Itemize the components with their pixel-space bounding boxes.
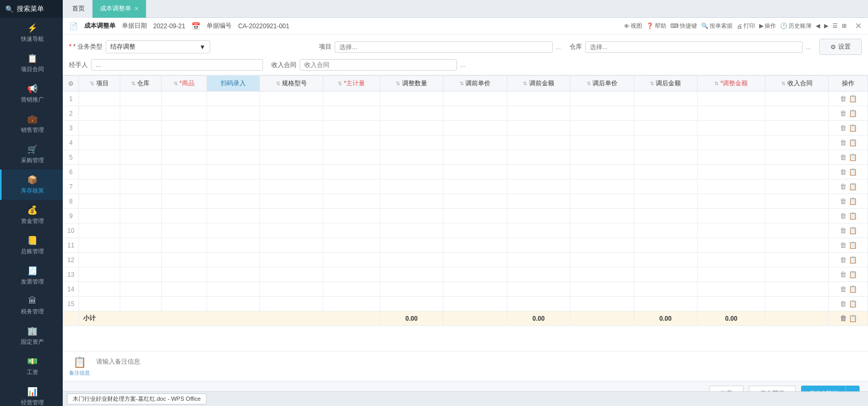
cell-scan[interactable]: [207, 121, 259, 136]
tab-cost-adjust[interactable]: 成本调整单 ✕: [93, 0, 146, 18]
cell-spec[interactable]: [259, 136, 323, 150]
cell-warehouse[interactable]: [120, 165, 161, 179]
cell-income-contract[interactable]: [765, 238, 828, 253]
cell-post-unit-price[interactable]: [570, 238, 634, 253]
toolbar-nav-prev[interactable]: ◀: [816, 22, 820, 29]
subtotal-delete-btn[interactable]: 🗑: [840, 314, 847, 322]
row-copy-btn[interactable]: 📋: [849, 95, 857, 103]
cell-adj-amount[interactable]: [698, 179, 766, 194]
warehouse-input[interactable]: [585, 41, 803, 53]
form-close-btn[interactable]: ✕: [855, 21, 862, 31]
row-copy-btn[interactable]: 📋: [849, 124, 857, 132]
row-copy-btn[interactable]: 📋: [849, 168, 857, 176]
cell-warehouse[interactable]: [120, 238, 161, 253]
calendar-icon[interactable]: 📅: [191, 22, 200, 30]
cell-post-unit-price[interactable]: [570, 267, 634, 282]
cell-post-unit-price[interactable]: [570, 136, 634, 150]
subtotal-copy-btn[interactable]: 📋: [849, 314, 857, 322]
row-copy-btn[interactable]: 📋: [849, 212, 857, 220]
cell-unit[interactable]: [323, 253, 380, 267]
cell-spec[interactable]: [259, 194, 323, 209]
row-delete-btn[interactable]: 🗑: [840, 153, 847, 161]
cell-adj-amount[interactable]: [698, 238, 766, 253]
sidebar-item-ops-mgmt[interactable]: 📊经营管理: [0, 381, 63, 406]
cell-income-contract[interactable]: [765, 297, 828, 311]
cell-income-contract[interactable]: [765, 92, 828, 106]
cell-warehouse[interactable]: [120, 282, 161, 297]
cell-post-amount[interactable]: [634, 282, 697, 297]
project-ellipsis[interactable]: ...: [556, 43, 561, 51]
row-delete-btn[interactable]: 🗑: [840, 285, 847, 293]
cell-scan[interactable]: [207, 194, 259, 209]
cell-post-amount[interactable]: [634, 238, 697, 253]
cell-post-unit-price[interactable]: [570, 121, 634, 136]
cell-prev-unit-price[interactable]: [443, 253, 507, 267]
cell-adj-amount[interactable]: [698, 297, 766, 311]
row-delete-btn[interactable]: 🗑: [840, 183, 847, 190]
cell-income-contract[interactable]: [765, 106, 828, 121]
cell-warehouse[interactable]: [120, 194, 161, 209]
cell-product[interactable]: [161, 150, 207, 165]
cell-product[interactable]: [161, 253, 207, 267]
cell-adj-amount[interactable]: [698, 282, 766, 297]
cell-income-contract[interactable]: [765, 209, 828, 223]
cell-prev-amount[interactable]: [507, 165, 570, 179]
cell-unit[interactable]: [323, 92, 380, 106]
sidebar-search[interactable]: 🔍 搜索菜单: [0, 0, 63, 18]
cell-post-amount[interactable]: [634, 150, 697, 165]
sidebar-item-capital-mgmt[interactable]: 💰资金管理: [0, 200, 63, 230]
cell-unit[interactable]: [323, 238, 380, 253]
row-copy-btn[interactable]: 📋: [849, 300, 857, 308]
cell-post-amount[interactable]: [634, 223, 697, 238]
cell-prev-unit-price[interactable]: [443, 150, 507, 165]
cell-prev-unit-price[interactable]: [443, 106, 507, 121]
cell-product[interactable]: [161, 121, 207, 136]
cell-adj-amount[interactable]: [698, 223, 766, 238]
cell-warehouse[interactable]: [120, 106, 161, 121]
sidebar-item-tax-mgmt[interactable]: 🏛税务管理: [0, 291, 63, 321]
cell-adj-qty[interactable]: [380, 253, 443, 267]
cell-scan[interactable]: [207, 165, 259, 179]
cell-post-amount[interactable]: [634, 209, 697, 223]
cell-scan[interactable]: [207, 223, 259, 238]
cell-product[interactable]: [161, 238, 207, 253]
cell-spec[interactable]: [259, 106, 323, 121]
cell-project[interactable]: [79, 253, 120, 267]
row-delete-btn[interactable]: 🗑: [840, 212, 847, 220]
sidebar-item-sales-mgmt[interactable]: 💼销售管理: [0, 109, 63, 139]
cell-post-unit-price[interactable]: [570, 297, 634, 311]
sidebar-item-general-ledger[interactable]: 📒总账管理: [0, 230, 63, 261]
col-settings[interactable]: ⚙: [63, 76, 79, 92]
cell-adj-qty[interactable]: [380, 238, 443, 253]
row-delete-btn[interactable]: 🗑: [840, 95, 847, 103]
cell-project[interactable]: [79, 223, 120, 238]
toolbar-help[interactable]: ❓ 帮助: [646, 22, 666, 30]
handler-input[interactable]: [91, 59, 263, 71]
cell-adj-qty[interactable]: [380, 136, 443, 150]
cell-income-contract[interactable]: [765, 282, 828, 297]
row-delete-btn[interactable]: 🗑: [840, 124, 847, 132]
cell-income-contract[interactable]: [765, 165, 828, 179]
cell-adj-amount[interactable]: [698, 165, 766, 179]
cell-adj-amount[interactable]: [698, 194, 766, 209]
row-delete-btn[interactable]: 🗑: [840, 109, 847, 117]
cell-project[interactable]: [79, 165, 120, 179]
row-copy-btn[interactable]: 📋: [849, 285, 857, 293]
cell-adj-amount[interactable]: [698, 136, 766, 150]
toolbar-shortcut[interactable]: ⌨ 快捷键: [670, 22, 697, 30]
cell-spec[interactable]: [259, 121, 323, 136]
row-copy-btn[interactable]: 📋: [849, 109, 857, 117]
toolbar-layout2[interactable]: ⊞: [842, 22, 847, 29]
row-copy-btn[interactable]: 📋: [849, 227, 857, 234]
row-delete-btn[interactable]: 🗑: [840, 256, 847, 264]
cell-adj-qty[interactable]: [380, 92, 443, 106]
cell-scan[interactable]: [207, 150, 259, 165]
cell-income-contract[interactable]: [765, 253, 828, 267]
row-copy-btn[interactable]: 📋: [849, 270, 857, 278]
table-wrapper[interactable]: ⚙ ⇅ 项目 ⇅ 仓库 ⇅ *商品 扫码录入 ⇅ 规格型号 ⇅ *主计量 ⇅ 调…: [63, 75, 868, 351]
sidebar-item-sales-promo[interactable]: 📢营销推广: [0, 78, 63, 109]
cell-warehouse[interactable]: [120, 297, 161, 311]
toolbar-operation[interactable]: ▶ 操作: [759, 22, 776, 30]
cell-unit[interactable]: [323, 106, 380, 121]
toolbar-history[interactable]: 🕐 历史账簿: [780, 22, 812, 30]
